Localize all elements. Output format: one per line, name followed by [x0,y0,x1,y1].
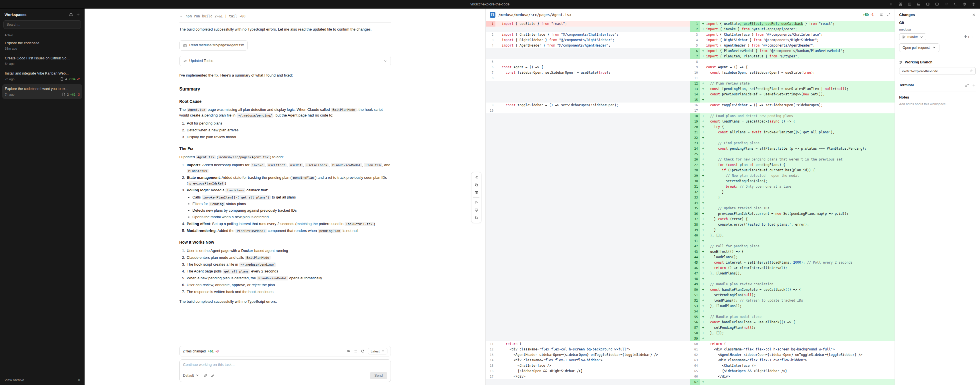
diff-row: 49+ // Handle plan review completion [486,282,894,287]
version-selector[interactable]: Latest [368,348,387,355]
terminal-section[interactable]: Terminal [899,83,976,87]
columns-icon[interactable] [935,2,939,6]
diff-row: 56+ const handlePlanClose = useCallback(… [486,320,894,325]
diff-rows[interactable]: 1- import { useState } from "react";1+ i… [486,21,894,385]
new-workspace-button[interactable] [76,13,80,17]
window-titlebar: vk/3ccf-explore-the-code [0,0,980,9]
history-icon[interactable] [963,2,966,6]
workspace-title: Install and integrate Vibe Kanban Web... [5,72,80,75]
more-options-icon[interactable] [972,35,976,39]
diff-row: 6+ import { PlanReviewModal } from "@/co… [486,48,894,54]
panel-right-icon[interactable] [926,2,930,6]
settings-icon[interactable] [972,2,975,6]
close-icon[interactable] [972,13,976,17]
chat-paragraph: The build completed successfully with no… [180,299,391,304]
list-item: Poll for pending plans [186,121,391,126]
diff-row: 9 const toggleSidebar = () => setSidebar… [486,103,894,108]
diff-row: 16 {sidebarOpen && <RightSidebar />}65 {… [486,368,894,374]
eye-icon[interactable] [347,349,350,353]
terminal-icon[interactable] [953,2,957,6]
pencil-icon[interactable] [969,69,973,73]
message-input[interactable]: Continue working on this task... [183,363,387,369]
diff-row: 48+ [486,276,894,282]
workspace-item[interactable]: Explore the codebase35m ago [2,38,82,53]
copy-icon[interactable] [471,181,481,189]
diff-row: 2 import { ChatInterface } from "@/compo… [486,32,894,37]
version-label: Latest [371,350,379,353]
edit-message-button[interactable] [211,374,215,377]
diff-row: 13 <AgentHeader sidebarOpen={sidebarOpen… [486,352,894,358]
view-archive-link[interactable]: View Archive [5,378,24,382]
chevron-down-icon [196,373,199,378]
diff-row: 13+ const [pendingPlan, setPendingPlan] … [486,86,894,92]
diff-deletions: -1 [870,13,874,17]
file-icon [60,77,64,81]
archive-count: 0 [78,378,80,382]
diff-additions: +59 [863,13,869,17]
diff-row: 28+ if (!previousPlanIdsRef.current.has(… [486,168,894,173]
chat-scroll-area[interactable]: npm run build 2>&1 | tail -80 The build … [84,9,485,344]
numbered-list: Imports: Added necessary imports for inv… [180,162,391,234]
sidebar-footer: View Archive 0 [0,375,84,385]
workspace-item[interactable]: Install and integrate Vibe Kanban Web...… [2,69,82,83]
list-icon[interactable] [354,349,358,353]
workspace-title: Create Good First Issues on Github So ..… [5,56,80,60]
additions: +134 [68,77,75,81]
working-branch-title: Working Branch [905,60,932,64]
workspace-time: 7h ago [5,77,14,81]
chat-blocks: The build completed successfully with no… [180,27,391,304]
diff-row: 23+ // Find pending plans [486,140,894,146]
pause-icon[interactable] [889,2,893,6]
panel-left-icon[interactable] [908,2,912,6]
diff-row: 59+ [486,336,894,341]
list-item: Claude enters plan mode and calls ExitPl… [186,255,391,261]
chevron-down-icon [920,35,923,39]
workspace-meta: 7h ago4+134-2 [5,77,80,81]
tool-call-row[interactable]: npm run build 2>&1 | tail -80 [180,11,391,22]
chevrons-left-icon[interactable] [471,173,481,181]
changes-header: Changes [899,13,976,17]
files-changed-label: 2 files changed [183,349,206,353]
notes-placeholder[interactable]: Add notes about this workspace... [899,102,976,106]
list-item: State management: Added state for tracki… [186,175,391,186]
list-subitem: Detects new plans by comparing against p… [192,208,391,213]
play-icon[interactable] [471,199,481,206]
refresh-icon[interactable] [361,349,364,353]
diff-row: 29+ // New plan detected — open the moda… [486,173,894,178]
list-item: Modal rendering: Added the PlanReviewMod… [186,228,391,234]
git-compare-icon[interactable] [471,214,481,222]
search-input[interactable] [3,20,81,29]
maximize-icon[interactable] [887,13,891,17]
mode-selector[interactable]: Default [183,373,199,378]
files-additions: +61 [208,349,213,353]
chevron-down-icon [932,45,936,50]
chat-paragraph: The Agent.tsx page was missing all plan … [180,107,391,118]
new-terminal-icon[interactable] [972,83,976,87]
kanban-icon[interactable] [944,2,948,6]
columns-icon[interactable] [471,189,481,197]
maximize-terminal-icon[interactable] [965,83,969,87]
panel-bottom-icon[interactable] [917,2,921,6]
diff-row: 33+ } [486,195,894,200]
updated-todos-panel[interactable]: Updated Todos [180,56,391,66]
workspace-item[interactable]: Create Good First Issues on Github So ..… [2,54,82,68]
send-button[interactable]: Send [370,372,387,379]
attach-file-button[interactable] [203,374,207,377]
archive-inbox-icon[interactable] [69,13,73,17]
monitor-icon[interactable] [471,206,481,214]
wrap-text-icon[interactable] [880,13,883,17]
diff-row: 8 11 [486,75,894,81]
diff-row: 4 import { AgentHeader } from "@/compone… [486,43,894,48]
read-file-chip[interactable]: Read medusa/src/pages/Agent.tsx [180,40,248,50]
branch-selector[interactable]: master [899,33,926,40]
open-pull-request-button[interactable]: Open pull request [899,43,939,52]
workspace-item[interactable]: Explore the codebase I want you to ex...… [2,84,82,99]
list-item: User is on the Agent page with a Docker-… [186,248,391,254]
files-changed-bar[interactable]: 2 files changed +61 -3 Latest [180,346,391,356]
divider [899,91,976,91]
working-branch-input[interactable]: vk/3ccf-explore-the-code [899,67,976,75]
chat-heading: Root Cause [180,99,391,105]
sidebar-header: Workspaces [0,9,84,19]
layout-grid-icon[interactable] [899,2,902,6]
tool-command: npm run build 2>&1 | tail -80 [186,14,246,19]
